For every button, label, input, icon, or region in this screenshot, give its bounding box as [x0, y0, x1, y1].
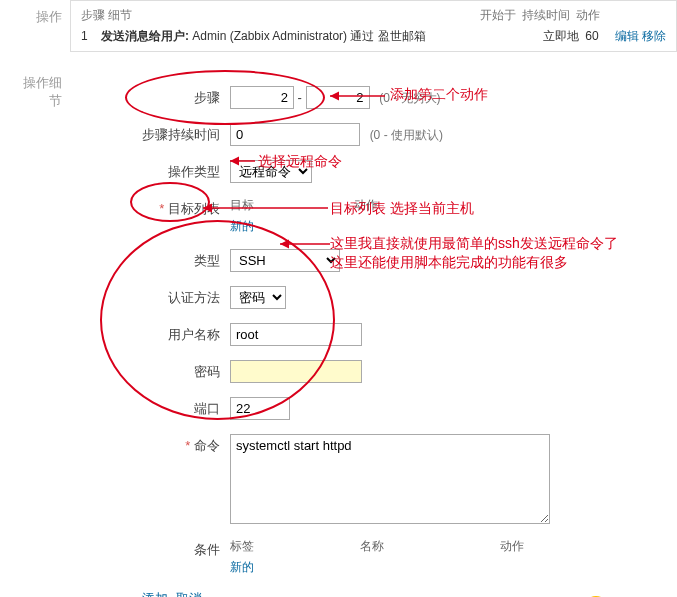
ops-header: 步骤 细节 开始于 持续时间 动作: [81, 7, 666, 24]
targets-label: 目标列表: [80, 197, 230, 218]
password-label: 密码: [80, 360, 230, 381]
cond-col2: 名称: [360, 538, 500, 555]
duration-input[interactable]: [230, 123, 360, 146]
optype-label: 操作类型: [80, 160, 230, 181]
cond-col3: 动作: [500, 538, 524, 555]
username-label: 用户名称: [80, 323, 230, 344]
auth-label: 认证方法: [80, 286, 230, 307]
auth-select[interactable]: 密码: [230, 286, 286, 309]
type-select[interactable]: SSH: [230, 249, 340, 272]
col-duration: 持续时间: [522, 7, 570, 24]
command-input[interactable]: systemctl start httpd: [230, 434, 550, 524]
targets-col2: 动作: [354, 197, 378, 214]
ops-table: 步骤 细节 开始于 持续时间 动作 1 发送消息给用户: Admin (Zabb…: [70, 0, 677, 52]
ops-section-label: 操作: [0, 0, 70, 52]
duration-label: 步骤持续时间: [80, 123, 230, 144]
details-section-label: 操作细节: [0, 66, 70, 597]
col-steps-detail: 步骤 细节: [81, 7, 474, 24]
password-input[interactable]: [230, 360, 362, 383]
targets-col1: 目标: [230, 197, 254, 214]
cond-new-link[interactable]: 新的: [230, 560, 254, 574]
row-desc: 发送消息给用户: Admin (Zabbix Administrator) 通过…: [101, 28, 537, 45]
conditions-label: 条件: [80, 538, 230, 559]
row-startat: 立即地: [543, 28, 579, 45]
row-number: 1: [81, 29, 95, 43]
command-label: 命令: [80, 434, 230, 455]
optype-select[interactable]: 远程命令: [230, 160, 312, 183]
col-startat: 开始于: [480, 7, 516, 24]
port-label: 端口: [80, 397, 230, 418]
duration-hint: (0 - 使用默认): [370, 128, 443, 142]
col-action: 动作: [576, 7, 600, 24]
targets-new-link[interactable]: 新的: [230, 219, 254, 233]
cond-col1: 标签: [230, 538, 360, 555]
row-duration: 60: [585, 29, 598, 43]
username-input[interactable]: [230, 323, 362, 346]
ops-row-1: 1 发送消息给用户: Admin (Zabbix Administrator) …: [81, 28, 666, 45]
step-hint: (0 - 无穷大): [379, 91, 440, 105]
step-from-input[interactable]: [230, 86, 294, 109]
step-to-input[interactable]: [306, 86, 370, 109]
step-label: 步骤: [80, 86, 230, 107]
port-input[interactable]: [230, 397, 290, 420]
edit-link[interactable]: 编辑: [615, 29, 639, 43]
remove-link[interactable]: 移除: [642, 29, 666, 43]
type-label: 类型: [80, 249, 230, 270]
cancel-button[interactable]: 取消: [176, 591, 202, 597]
add-button[interactable]: 添加: [142, 591, 168, 597]
